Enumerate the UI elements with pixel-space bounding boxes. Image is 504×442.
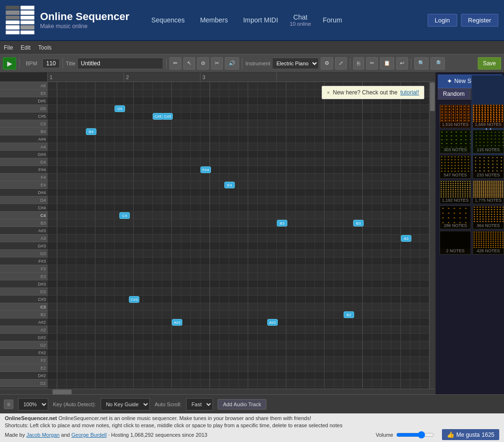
grid-row-gs4[interactable] xyxy=(48,151,429,158)
tutorial-link[interactable]: tutorial! xyxy=(400,89,419,96)
grid-row-b4[interactable] xyxy=(48,128,429,135)
thumbnail-8[interactable]: 286 NOTES xyxy=(440,206,471,229)
grid-row-c5[interactable] xyxy=(48,120,429,128)
zoom-button[interactable]: 🔎 xyxy=(430,57,445,70)
grid-row-e3[interactable] xyxy=(48,273,429,280)
grid-row-g2[interactable] xyxy=(48,341,429,349)
facebook-button[interactable]: 👍 Me gusta 1625 xyxy=(442,429,499,440)
add-audio-button[interactable]: Add Audio Track xyxy=(218,399,266,410)
key-g4[interactable]: G4 xyxy=(0,158,48,166)
note-0[interactable]: D5 xyxy=(115,105,125,112)
thumbnail-0[interactable]: 1,516 NOTES xyxy=(440,104,471,128)
key-cs5[interactable]: C#5 xyxy=(0,113,48,120)
grid-row-d4[interactable] xyxy=(48,196,429,204)
key-d2[interactable]: D2 xyxy=(0,380,48,387)
tab-random[interactable]: Random xyxy=(438,88,470,100)
grid-row-cs5[interactable] xyxy=(48,113,429,120)
vscroll[interactable] xyxy=(429,82,435,389)
key-as4[interactable]: A#4 xyxy=(0,135,48,143)
key-a2[interactable]: A2 xyxy=(0,326,48,334)
grid-row-d5[interactable] xyxy=(48,105,429,113)
grid-row-d2[interactable] xyxy=(48,380,429,387)
grid-row-a4[interactable] xyxy=(48,143,429,151)
zoom-select[interactable]: 100% xyxy=(18,398,48,411)
key-cs3[interactable]: C#3 xyxy=(0,296,48,303)
thumbnail-5[interactable]: 233 NOTES xyxy=(472,155,504,179)
hscroll[interactable] xyxy=(48,389,435,394)
key-ds2[interactable]: D#2 xyxy=(0,372,48,380)
note-13[interactable]: A#2 xyxy=(267,319,278,326)
key-ds4[interactable]: D#4 xyxy=(0,189,48,196)
note-3[interactable]: B4 xyxy=(86,128,96,135)
menu-edit[interactable]: Edit xyxy=(21,44,31,51)
key-c5[interactable]: C5 xyxy=(0,120,48,128)
grid-row-cs3[interactable] xyxy=(48,296,429,303)
key-d4[interactable]: D4 xyxy=(0,196,48,204)
key-as2[interactable]: A#2 xyxy=(0,319,48,326)
volume-slider[interactable] xyxy=(396,431,434,439)
grid-row-b3[interactable] xyxy=(48,219,429,227)
note-9[interactable]: A3 xyxy=(401,235,411,242)
note-7[interactable]: B3 xyxy=(277,220,287,226)
note-11[interactable]: B2 xyxy=(344,311,354,318)
grid-row-as4[interactable] xyxy=(48,135,429,143)
grid-row-a2[interactable] xyxy=(48,326,429,334)
thumbnail-3[interactable]: 115 NOTES xyxy=(472,130,504,154)
key-b2[interactable]: B2 xyxy=(0,311,48,319)
cut-button[interactable]: ✂ xyxy=(366,57,378,70)
grid-row-as2[interactable] xyxy=(48,319,429,326)
key-select[interactable]: No Key Guide xyxy=(101,398,150,411)
register-button[interactable]: Register xyxy=(461,14,498,27)
key-f3[interactable]: F3 xyxy=(0,265,48,273)
grid-row-ds3[interactable] xyxy=(48,280,429,288)
grid-row-g3[interactable] xyxy=(48,250,429,257)
key-fs2[interactable]: F#2 xyxy=(0,349,48,357)
key-as3[interactable]: A#3 xyxy=(0,227,48,235)
menu-tools[interactable]: Tools xyxy=(38,44,52,51)
grid-row-gs3[interactable] xyxy=(48,242,429,250)
note-4[interactable]: F#4 xyxy=(200,166,211,173)
note-12[interactable]: A#2 xyxy=(172,319,182,326)
note-10[interactable]: C#3 xyxy=(129,296,139,303)
nav-import-midi[interactable]: Import MIDI xyxy=(235,12,285,28)
thumbnail-7[interactable]: 1,775 NOTES xyxy=(472,180,504,204)
nav-sequences[interactable]: Sequences xyxy=(144,12,192,28)
grid-row-fs3[interactable] xyxy=(48,257,429,265)
pointer-button[interactable]: ↖ xyxy=(183,57,195,70)
author2-link[interactable]: George Burdell xyxy=(71,432,106,438)
mini-button[interactable]: ≡ xyxy=(4,400,13,409)
key-a5[interactable]: A5 xyxy=(0,82,48,90)
key-e5[interactable]: E5 xyxy=(0,90,48,97)
nav-members[interactable]: Members xyxy=(192,12,235,28)
key-a4[interactable]: A4 xyxy=(0,143,48,151)
key-f2[interactable]: F2 xyxy=(0,357,48,364)
expand-button[interactable]: ⤢ xyxy=(335,57,347,70)
hscroll-thumb[interactable] xyxy=(52,390,72,394)
autoscroll-select[interactable]: Fast xyxy=(186,398,213,411)
key-c3[interactable]: C3 xyxy=(0,303,48,311)
key-gs4[interactable]: G#4 xyxy=(0,151,48,158)
note-2[interactable]: C#5 xyxy=(162,113,173,120)
key-cs2[interactable]: C#2 xyxy=(0,387,48,389)
login-button[interactable]: Login xyxy=(428,14,457,27)
thumbnail-2[interactable]: 303 NOTES xyxy=(440,130,471,154)
speaker-button[interactable]: 🔊 xyxy=(225,57,239,70)
key-c4[interactable]: C4 xyxy=(0,212,48,219)
erase-button[interactable]: ⊘ xyxy=(197,57,209,70)
vscroll-thumb[interactable] xyxy=(430,82,435,111)
author1-link[interactable]: Jacob Morgan xyxy=(26,432,60,438)
bpm-input[interactable] xyxy=(42,59,60,68)
grid-row-f4[interactable] xyxy=(48,174,429,181)
key-ds3[interactable]: D#3 xyxy=(0,280,48,288)
grid-row-e4[interactable] xyxy=(48,181,429,189)
key-d5[interactable]: D5 xyxy=(0,105,48,113)
grid-row-c4[interactable] xyxy=(48,212,429,219)
key-gs2[interactable]: G#2 xyxy=(0,334,48,341)
key-g3[interactable]: G3 xyxy=(0,250,48,257)
grid-row-cs4[interactable] xyxy=(48,204,429,212)
grid-row-cs2[interactable] xyxy=(48,387,429,389)
scissors-button[interactable]: ✂ xyxy=(211,57,223,70)
close-x[interactable]: × xyxy=(327,90,330,95)
grid-row-d3[interactable] xyxy=(48,288,429,296)
thumbnail-11[interactable]: 428 NOTES xyxy=(472,231,504,255)
